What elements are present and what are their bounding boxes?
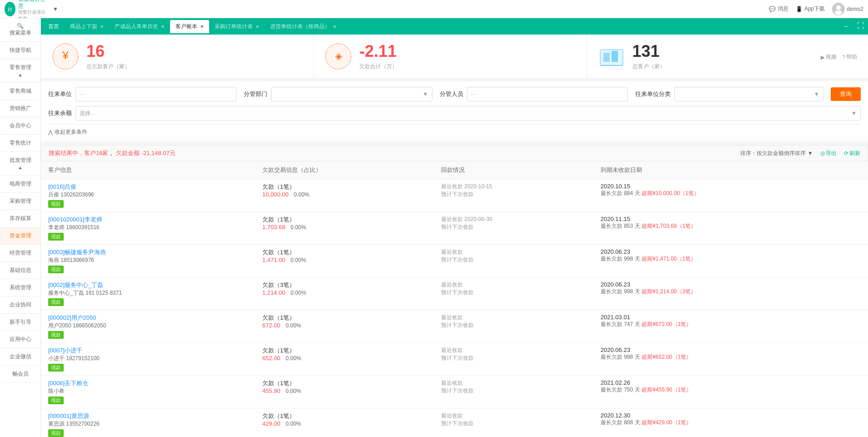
customer-name-0[interactable]: [0016]吕俊 (48, 183, 248, 191)
overdue-date-7: 2020.12.30 (601, 412, 861, 419)
overdue-days-1: 最长欠款 853 天 (601, 223, 640, 229)
sidebar-item-newbie[interactable]: 新手引导 (0, 314, 40, 331)
sidebar-item-operations[interactable]: 经营管理 (0, 245, 40, 262)
tab-purchase-stats[interactable]: 采购订单统计表 ✕ (209, 20, 265, 33)
col-debt-info: 欠款交易信息（占比） (255, 161, 434, 179)
search-button[interactable]: 查询 (831, 87, 861, 101)
cell-debt-5: 欠款（1笔） 652.00 0.00% (255, 343, 434, 376)
sort-btn[interactable]: 排序：按欠款金额倒序排序 ▼ (740, 150, 813, 157)
sidebar-item-vip[interactable]: 畅会员 (0, 366, 40, 383)
sidebar-item-retail-mgmt[interactable]: 零售管理 ▲ (0, 59, 40, 83)
cell-recovery-1: 最近收款 2020-06-30 预计下次收款 (434, 212, 593, 245)
debt-amount-4[interactable]: 672.00 (262, 322, 281, 329)
balance-input[interactable]: 选择... ▼ (75, 106, 861, 121)
debt-count-3: 欠款（3笔） (262, 281, 426, 289)
debt-count-7: 欠款（1笔） (262, 412, 426, 420)
overdue-amount-5[interactable]: 超期¥652.00（1笔） (642, 354, 692, 360)
debt-percent-0: 0.00% (294, 191, 309, 198)
cell-debt-0: 欠款（1笔） 10,000.00 0.00% (255, 179, 434, 212)
debt-count-6: 欠款（1笔） (262, 379, 426, 387)
app-download-btn[interactable]: 📱 App下载 (796, 5, 825, 13)
overdue-amount-1[interactable]: 超期¥1,703.68（1笔） (642, 223, 696, 229)
tab-close-products[interactable]: ✕ (100, 24, 104, 29)
sidebar-item-basic-info[interactable]: 基础信息 (0, 262, 40, 279)
collapse-btn[interactable]: ⋀ 收起更多条件 (48, 128, 861, 136)
tab-home[interactable]: 首页 (43, 20, 65, 33)
overdue-amount-0[interactable]: 超期¥10,000.00（1笔） (642, 190, 699, 196)
tab-minimize-btn[interactable]: － (841, 22, 852, 31)
arrow-icon: ▲ (18, 72, 23, 77)
refresh-btn[interactable]: ⟳ 刷新 (844, 150, 860, 157)
sidebar-item-system[interactable]: 系统管理 (0, 279, 40, 296)
user-menu[interactable]: demo2 (832, 3, 863, 15)
debt-percent-6: 0.00% (286, 388, 301, 394)
tab-close-goods-stats[interactable]: ✕ (333, 24, 336, 29)
sidebar-item-batch-mgmt[interactable]: 批发管理 ▲ (0, 152, 40, 176)
tab-close-customer-account[interactable]: ✕ (200, 24, 204, 29)
category-input[interactable]: ▼ (674, 87, 823, 101)
customer-name-6[interactable]: [0006]丢下粮仓 (48, 379, 248, 387)
sidebar-item-finance[interactable]: 资金管理 (0, 227, 40, 245)
export-btn[interactable]: ◎ 导出 (820, 150, 837, 157)
debt-amount-6[interactable]: 455.90 (262, 387, 281, 394)
sidebar-item-corp-wechat[interactable]: 企业微信 (0, 348, 40, 366)
overdue-amount-2[interactable]: 超期¥1,471.00（1笔） (642, 256, 696, 262)
tab-maximize-btn[interactable]: ⛶ (855, 22, 866, 31)
sidebar-item-retail-stats[interactable]: 零售统计 (0, 135, 40, 152)
sidebar-search[interactable]: 🔍 搜索菜单 (0, 18, 40, 42)
video-btn[interactable]: ▶ 视频 (821, 53, 837, 61)
tab-customer-account[interactable]: 客户账本 ✕ (170, 20, 209, 33)
supplier-input[interactable]: ··· (75, 87, 236, 101)
sidebar-item-quick-nav[interactable]: 快捷导航 (0, 42, 40, 59)
tab-close-purchase-stats[interactable]: ✕ (256, 24, 259, 29)
debt-amount-2[interactable]: 1,471.00 (262, 256, 286, 263)
industry-selector[interactable]: ▼ (49, 6, 62, 12)
logo-icon: 好 (5, 2, 15, 16)
tab-close-prod-history[interactable]: ✕ (161, 24, 165, 29)
recovery-next-7: 预计下次收款 (441, 420, 474, 427)
top-bar-right: 💬 消息 📱 App下载 demo2 (769, 3, 863, 15)
customer-name-7[interactable]: [000001]黄思源 (48, 412, 248, 420)
tab-goods-stats[interactable]: 进货单统计表（按商品） ✕ (265, 20, 342, 33)
customer-name-5[interactable]: [0007]小进千 (48, 347, 248, 355)
debt-amount-7[interactable]: 429.00 (262, 420, 281, 427)
col-due-date: 到期未收款日期 (593, 161, 868, 179)
overdue-amount-3[interactable]: 超期¥1,214.00（3笔） (642, 288, 696, 295)
customer-name-3[interactable]: [0002]服务中心_丁磊 (48, 281, 248, 289)
sidebar-item-app-center[interactable]: 应用中心 (0, 331, 40, 348)
overdue-amount-6[interactable]: 超期¥455.90（1笔） (642, 387, 692, 393)
debt-amount-0[interactable]: 10,000.00 (262, 191, 289, 198)
sidebar-item-inventory[interactable]: 库存核算 (0, 210, 40, 227)
overdue-amount-4[interactable]: 超期¥672.00（1笔） (642, 321, 692, 327)
table-header-row: 客户信息 欠款交易信息（占比） 回款情况 到期未收款日期 (41, 161, 868, 179)
sort-icon: ▼ (808, 150, 813, 156)
results-bar: 搜索结果中，客户16家， 欠款金额 -21,148.07元 排序：按欠款金额倒序… (41, 145, 868, 161)
department-input[interactable]: ▼ (271, 87, 432, 101)
sidebar-item-enterprise[interactable]: 企业协同 (0, 296, 40, 314)
debt-amount-5[interactable]: 652.00 (262, 355, 281, 362)
customer-tag-3: 现款 (48, 298, 64, 306)
customer-name-2[interactable]: [0003]畅捷服务尹海燕 (48, 248, 248, 256)
customer-name-1[interactable]: [0001020001]李老师 (48, 216, 248, 224)
tab-prod-history[interactable]: 产成品入库单历史 ✕ (109, 20, 170, 33)
message-icon: 💬 (769, 6, 776, 12)
person-input[interactable]: ··· (467, 87, 628, 101)
debt-amount-3[interactable]: 1,214.00 (262, 289, 286, 296)
sidebar-item-member[interactable]: 会员中心 (0, 117, 40, 135)
recovery-label-0: 最近收款 2020-10-15 (441, 183, 492, 190)
cell-recovery-2: 最近收款 预计下次收款 (434, 245, 593, 277)
cell-debt-2: 欠款（1笔） 1,471.00 0.00% (255, 245, 434, 277)
messages-btn[interactable]: 💬 消息 (769, 5, 788, 13)
tab-products[interactable]: 商品上下架 ✕ (65, 20, 109, 33)
svg-rect-11 (612, 51, 618, 62)
help-btn[interactable]: ? 帮助 (842, 53, 857, 61)
svg-rect-10 (603, 53, 610, 62)
sidebar-item-marketing[interactable]: 营销推广 (0, 100, 40, 117)
customer-name-4[interactable]: [000002]用户2050 (48, 314, 248, 322)
sidebar-item-purchase[interactable]: 采购管理 (0, 193, 40, 210)
overdue-amount-7[interactable]: 超期¥429.00（1笔） (642, 419, 692, 426)
sidebar-item-ecommerce[interactable]: 电商管理 (0, 176, 40, 193)
debt-amount-1[interactable]: 1,703.68 (262, 224, 286, 231)
app-container: 好 畅捷通好生意 母婴行业演示账套 ▼ 💬 消息 📱 App下载 (0, 0, 868, 437)
sidebar-item-retail-mall[interactable]: 零售商城 (0, 83, 40, 100)
